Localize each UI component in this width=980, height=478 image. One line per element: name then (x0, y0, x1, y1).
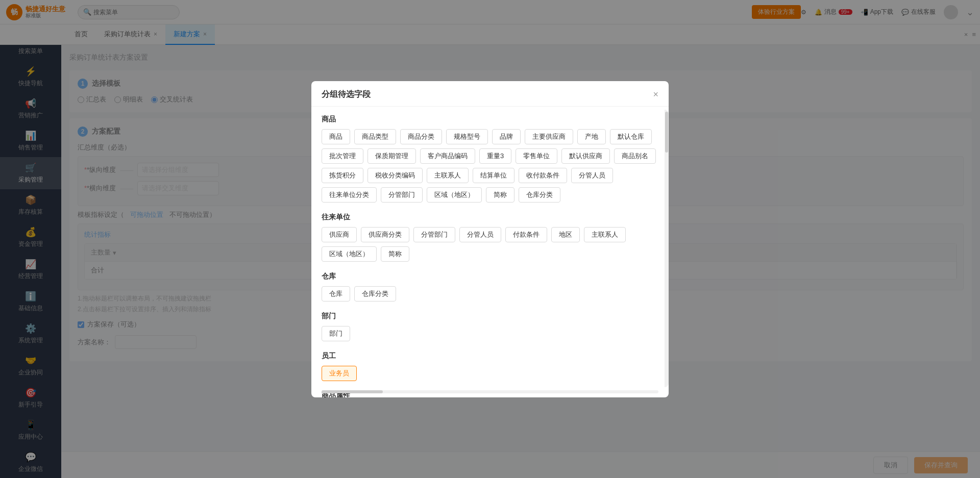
field-tag-0-23[interactable]: 区域（地区） (427, 187, 482, 203)
modal-header: 分组待选字段 × (311, 81, 669, 107)
modal-section-0: 商品商品商品类型商品分类规格型号品牌主要供应商产地默认仓库批次管理保质期管理客户… (322, 115, 658, 203)
field-tags-0: 商品商品类型商品分类规格型号品牌主要供应商产地默认仓库批次管理保质期管理客户商品… (322, 129, 658, 203)
modal-hscrollbar-track (322, 390, 658, 393)
field-tags-2: 仓库仓库分类 (322, 286, 658, 301)
modal-dialog: 分组待选字段 × 商品商品商品类型商品分类规格型号品牌主要供应商产地默认仓库批次… (311, 81, 669, 397)
field-tag-0-0[interactable]: 商品 (322, 129, 350, 144)
field-tag-0-16[interactable]: 税收分类编码 (368, 168, 423, 183)
modal-body[interactable]: 商品商品商品类型商品分类规格型号品牌主要供应商产地默认仓库批次管理保质期管理客户… (311, 107, 669, 397)
modal-overlay: 分组待选字段 × 商品商品商品类型商品分类规格型号品牌主要供应商产地默认仓库批次… (0, 0, 980, 478)
field-tag-0-6[interactable]: 产地 (577, 129, 606, 144)
field-tag-1-6[interactable]: 主联系人 (584, 227, 626, 242)
field-tag-0-2[interactable]: 商品分类 (400, 129, 442, 144)
field-tag-1-0[interactable]: 供应商 (322, 227, 357, 242)
field-tags-4: 业务员 (322, 366, 658, 381)
field-tag-0-12[interactable]: 零售单位 (516, 148, 557, 164)
field-tag-0-20[interactable]: 分管人员 (571, 168, 613, 183)
field-tag-0-5[interactable]: 主要供应商 (525, 129, 573, 144)
field-tag-2-1[interactable]: 仓库分类 (354, 286, 396, 301)
modal-section-title-0: 商品 (322, 115, 658, 124)
field-tag-0-1[interactable]: 商品类型 (354, 129, 396, 144)
field-tag-1-7[interactable]: 区域（地区） (322, 246, 377, 262)
modal-section-4: 员工业务员 (322, 351, 658, 381)
field-tag-0-24[interactable]: 简称 (486, 187, 514, 203)
field-tag-0-22[interactable]: 分管部门 (381, 187, 423, 203)
field-tag-0-19[interactable]: 收付款条件 (519, 168, 567, 183)
field-tag-0-25[interactable]: 仓库分类 (519, 187, 560, 203)
field-tag-1-2[interactable]: 分管部门 (413, 227, 455, 242)
modal-hscrollbar-thumb[interactable] (322, 390, 383, 393)
field-tag-0-4[interactable]: 品牌 (492, 129, 521, 144)
field-tag-0-15[interactable]: 拣货积分 (322, 168, 363, 183)
modal-section-title-2: 仓库 (322, 272, 658, 281)
modal-section-2: 仓库仓库仓库分类 (322, 272, 658, 301)
field-tag-0-13[interactable]: 默认供应商 (561, 148, 610, 164)
modal-scrollbar-thumb[interactable] (665, 112, 668, 153)
modal-close-button[interactable]: × (653, 90, 658, 99)
field-tag-1-8[interactable]: 简称 (381, 246, 409, 262)
field-tags-3: 部门 (322, 326, 658, 341)
field-tag-1-1[interactable]: 供应商分类 (361, 227, 409, 242)
field-tag-0-11[interactable]: 重量3 (479, 148, 511, 164)
modal-section-title-1: 往来单位 (322, 213, 658, 222)
modal-scrollbar-track (665, 110, 669, 387)
modal-section-3: 部门部门 (322, 312, 658, 341)
modal-title: 分组待选字段 (322, 89, 371, 100)
field-tag-0-7[interactable]: 默认仓库 (610, 129, 652, 144)
field-tag-3-0[interactable]: 部门 (322, 326, 350, 341)
field-tag-1-3[interactable]: 分管人员 (459, 227, 501, 242)
field-tag-0-3[interactable]: 规格型号 (446, 129, 488, 144)
modal-section-title-3: 部门 (322, 312, 658, 321)
field-tag-1-5[interactable]: 地区 (551, 227, 580, 242)
field-tag-0-8[interactable]: 批次管理 (322, 148, 363, 164)
modal-section-title-4: 员工 (322, 351, 658, 361)
field-tag-0-14[interactable]: 商品别名 (614, 148, 656, 164)
field-tag-0-18[interactable]: 结算单位 (473, 168, 514, 183)
field-tag-0-9[interactable]: 保质期管理 (368, 148, 416, 164)
field-tag-0-17[interactable]: 主联系人 (427, 168, 469, 183)
field-tag-4-0[interactable]: 业务员 (322, 366, 357, 381)
field-tag-1-4[interactable]: 付款条件 (505, 227, 547, 242)
field-tag-0-10[interactable]: 客户商品编码 (420, 148, 475, 164)
field-tag-0-21[interactable]: 往来单位分类 (322, 187, 377, 203)
field-tag-2-0[interactable]: 仓库 (322, 286, 350, 301)
modal-section-1: 往来单位供应商供应商分类分管部门分管人员付款条件地区主联系人区域（地区）简称 (322, 213, 658, 262)
field-tags-1: 供应商供应商分类分管部门分管人员付款条件地区主联系人区域（地区）简称 (322, 227, 658, 262)
